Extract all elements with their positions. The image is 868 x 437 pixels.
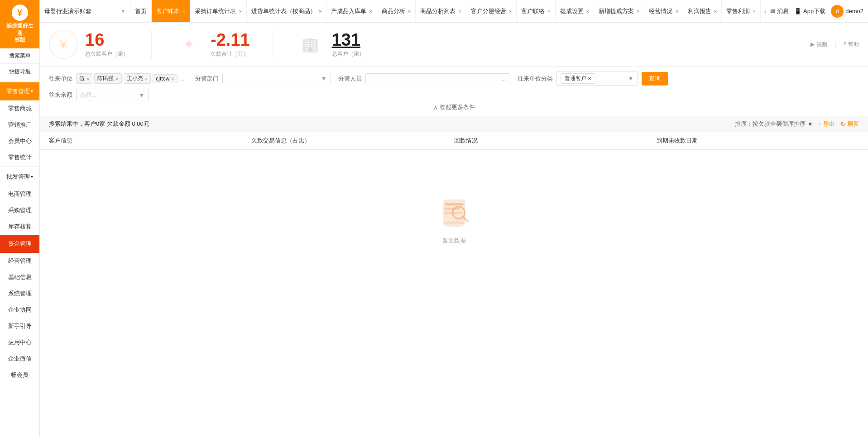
col-header-due-date: 到期未收款日期 xyxy=(657,137,859,145)
tab-close-icon-10[interactable]: × xyxy=(637,9,639,14)
query-button[interactable]: 查询 xyxy=(642,72,668,86)
tab-close-icon-9[interactable]: × xyxy=(586,9,589,14)
sidebar-item-member2[interactable]: 畅会员 xyxy=(0,367,39,383)
tag-close-cjttcw[interactable]: × xyxy=(171,76,174,81)
tag-close-wang[interactable]: × xyxy=(145,76,148,81)
tag-close-wu[interactable]: × xyxy=(86,76,89,81)
sidebar-item-ecommerce[interactable]: 电商管理 xyxy=(0,186,39,202)
sidebar-item-retail-mgmt-label: 零售管理 xyxy=(6,87,30,95)
avatar: d xyxy=(831,5,844,18)
filter-tags-more[interactable]: ... xyxy=(179,75,184,82)
sidebar-item-wechat[interactable]: 企业微信 xyxy=(0,351,39,367)
tab-close-icon-5[interactable]: × xyxy=(408,9,411,14)
stat-label-total: 总客户（家） xyxy=(332,50,364,58)
sidebar-quick-nav[interactable]: 快捷导航 xyxy=(0,64,39,80)
tab-add-commission[interactable]: 新增提成方案 × xyxy=(594,0,644,22)
stat-label-customers: 总欠款客户（家） xyxy=(85,50,129,58)
results-bar: 搜索结果中，客户0家 欠款金额 0.00元 排序：按欠款金额倒序排序 ▼ ↑ 导… xyxy=(40,116,868,132)
tab-customer-ledger[interactable]: 客户账本 × xyxy=(152,0,190,22)
filter-tag-chen[interactable]: 陈民强 × xyxy=(94,73,121,84)
sidebar-item-newbie[interactable]: 新手引导 xyxy=(0,318,39,334)
export-button[interactable]: ↑ 导出 xyxy=(819,120,835,128)
tab-retail-profit[interactable]: 零售利润 × xyxy=(722,0,760,22)
help-button[interactable]: ? 帮助 xyxy=(843,41,859,48)
filter-tag-cjttcw[interactable]: cjttcw × xyxy=(153,74,177,83)
tab-close-icon-11[interactable]: × xyxy=(675,9,678,14)
sidebar-item-wholesale[interactable]: 批发管理 ▾ xyxy=(0,168,39,186)
tab-close-icon-7[interactable]: × xyxy=(509,9,512,14)
tag-close-chen[interactable]: × xyxy=(115,76,118,81)
tab-close-icon-13[interactable]: × xyxy=(753,9,755,14)
filter-select-person[interactable]: ... xyxy=(365,73,510,84)
sidebar-item-collab[interactable]: 企业协同 xyxy=(0,302,39,318)
stat-num-debt: -2.11 xyxy=(211,31,250,48)
stat-info-customers: 16 总欠款客户（家） xyxy=(85,31,129,58)
col-header-repayment: 回款情况 xyxy=(454,137,657,145)
tab-goods-analysis-list[interactable]: 商品分析列表 × xyxy=(416,0,466,22)
filter-category-tag-normal[interactable]: 普通客户 × xyxy=(561,73,595,84)
sort-button[interactable]: 排序：按欠款金额倒序排序 ▼ xyxy=(735,120,813,128)
empty-illustration xyxy=(432,190,477,231)
filter-select-category[interactable]: 普通客户 × ▼ xyxy=(556,71,638,86)
tab-home[interactable]: 首页 xyxy=(130,0,152,22)
tab-close-icon-6[interactable]: × xyxy=(458,9,461,14)
svg-rect-1 xyxy=(443,200,465,224)
filter-tag-wang[interactable]: 王小亮 × xyxy=(124,73,151,84)
tab-close-icon[interactable]: × xyxy=(182,9,185,14)
refresh-button[interactable]: ↻ 刷新 xyxy=(840,120,859,128)
sidebar-item-system[interactable]: 系统管理 xyxy=(0,285,39,302)
stat-blocks: ¥ 16 总欠款客户（家） ✦ -2.11 欠款合计（万） 🏢 131 xyxy=(49,30,810,59)
sidebar-item-member[interactable]: 会员中心 xyxy=(0,133,39,149)
tab-close-icon-3[interactable]: × xyxy=(319,9,321,14)
tab-finished-inbound[interactable]: 产成品入库单 × xyxy=(326,0,377,22)
svg-rect-3 xyxy=(445,208,460,209)
tab-close-icon-2[interactable]: × xyxy=(239,9,241,14)
sidebar-item-app-center[interactable]: 应用中心 xyxy=(0,334,39,351)
stat-icon-debt: ✦ xyxy=(174,30,203,59)
filter-person-more: ... xyxy=(502,76,506,82)
table-header: 客户信息 欠款交易信息（占比） 回款情况 到期未收款日期 xyxy=(40,132,868,150)
stat-block-debt: ✦ -2.11 欠款合计（万） xyxy=(174,30,273,59)
filter-label-person: 分管人员 xyxy=(338,75,362,83)
user-avatar[interactable]: d demo2 xyxy=(831,5,863,18)
sidebar-item-purchase[interactable]: 采购管理 xyxy=(0,202,39,218)
sidebar-item-inventory[interactable]: 库存核算 xyxy=(0,218,39,235)
tab-close-icon-4[interactable]: × xyxy=(369,9,372,14)
chevron-icon-wholesale: ▾ xyxy=(31,174,33,179)
tab-inbound-stats[interactable]: 进货单统计表（按商品） × xyxy=(247,0,326,22)
sidebar-item-operations[interactable]: 经营管理 xyxy=(0,253,39,269)
account-selector[interactable]: 母婴行业演示账套 ▼ xyxy=(40,0,130,22)
sidebar-item-retail-stats[interactable]: 零售统计 xyxy=(0,149,39,166)
tag-close-category[interactable]: × xyxy=(588,76,591,82)
filter-tag-wu[interactable]: 伍 × xyxy=(76,73,92,84)
tab-operations[interactable]: 经营情况 × xyxy=(644,0,683,22)
tab-profit-report[interactable]: 利润报告 × xyxy=(683,0,722,22)
sidebar-item-finance[interactable]: 资金管理 xyxy=(0,235,39,253)
tab-close-icon-12[interactable]: × xyxy=(714,9,717,14)
sidebar-item-basic-info[interactable]: 基础信息 xyxy=(0,269,39,285)
filter-label-dept: 分管部门 xyxy=(195,75,219,83)
sidebar-item-retail-mgmt[interactable]: 零售管理 ▾ xyxy=(0,82,39,100)
filter-input-balance[interactable]: 选择... ▼ xyxy=(76,89,149,101)
tab-customer-contact[interactable]: 客户联络 × xyxy=(517,0,555,22)
tab-commission-setting[interactable]: 提成设置 × xyxy=(556,0,594,22)
sidebar-item-retail-mall[interactable]: 零售商城 xyxy=(0,100,39,117)
sidebar-search[interactable]: 搜索菜单 xyxy=(0,48,39,64)
app-download-button[interactable]: 📱 App下载 xyxy=(794,7,825,15)
sidebar-item-marketing[interactable]: 营销推广 xyxy=(0,117,39,133)
results-summary: 搜索结果中，客户0家 欠款金额 0.00元 xyxy=(49,120,149,128)
tab-goods-analysis[interactable]: 商品分析 × xyxy=(377,0,416,22)
message-button[interactable]: ✉ 消息 xyxy=(770,7,789,15)
tab-purchase-order-stats[interactable]: 采购订单统计表 × xyxy=(190,0,246,22)
tab-close-icon-8[interactable]: × xyxy=(547,9,550,14)
filter-select-dept[interactable]: ▼ xyxy=(222,73,331,84)
filter-collapse-button[interactable]: ∧ 收起更多条件 xyxy=(49,103,859,111)
video-help-button[interactable]: ▶ 视频 xyxy=(810,41,827,48)
divider-vertical: | xyxy=(834,41,836,48)
topbar-right: ✉ 消息 📱 App下载 d demo2 xyxy=(766,5,868,18)
filter-label-unit: 往来单位 xyxy=(49,75,72,83)
account-dropdown-icon: ▼ xyxy=(121,9,125,14)
tab-customer-layer[interactable]: 客户分层经营 × xyxy=(466,0,517,22)
stat-label-debt: 欠款合计（万） xyxy=(211,50,250,58)
page-stats-header: ¥ 16 总欠款客户（家） ✦ -2.11 欠款合计（万） 🏢 131 xyxy=(40,23,868,66)
